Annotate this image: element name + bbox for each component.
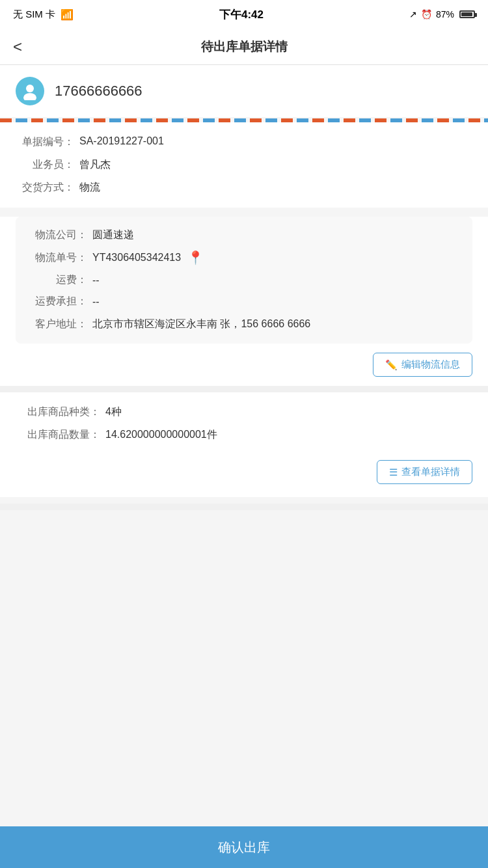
product-types-row: 出库商品种类： 4种 [16,405,472,419]
order-no-label: 单据编号： [16,135,74,149]
logistics-freight-value: -- [92,275,459,286]
logistics-address-label: 客户地址： [29,318,87,331]
view-detail-button[interactable]: ☰ 查看单据详情 [377,460,472,484]
logistics-address-value: 北京市市辖区海淀区永丰南 张，156 6666 6666 [92,316,459,332]
confirm-bar[interactable]: 确认出库 [0,826,488,868]
separator-2 [0,504,488,510]
logistics-freight-bearer-row: 运费承担： -- [29,295,459,308]
separator-1 [0,386,488,392]
logistics-section: 物流公司： 圆通速递 物流单号： YT4306405342413 📍 运费： -… [0,217,488,386]
order-info-section: 单据编号： SA-20191227-001 业务员： 曾凡杰 交货方式： 物流 [0,122,488,208]
logistics-card: 物流公司： 圆通速递 物流单号： YT4306405342413 📍 运费： -… [16,217,472,344]
status-bar: 无 SIM 卡 📶 下午4:42 ↗ ⏰ 87% [0,0,488,29]
logistics-company-row: 物流公司： 圆通速递 [29,228,459,242]
logistics-tracking-label: 物流单号： [29,251,87,265]
battery-icon [459,10,475,18]
battery-label: 87% [436,9,454,20]
order-no-row: 单据编号： SA-20191227-001 [16,135,472,149]
logistics-freight-bearer-label: 运费承担： [29,295,87,308]
salesman-row: 业务员： 曾凡杰 [16,158,472,172]
logistics-company-value: 圆通速递 [92,228,459,242]
logistics-tracking-value: YT4306405342413 [92,252,181,264]
edit-logistics-button[interactable]: ✏️ 编辑物流信息 [373,353,472,377]
location-icon: ↗ [409,9,417,20]
logistics-freight-label: 运费： [29,273,87,287]
svg-point-1 [23,93,36,100]
status-time: 下午4:42 [219,7,264,22]
battery-fill [461,12,472,16]
logistics-company-label: 物流公司： [29,228,87,242]
edit-icon: ✏️ [385,359,398,371]
order-no-value: SA-20191227-001 [79,135,472,147]
status-right: ↗ ⏰ 87% [409,9,475,20]
location-pin-icon[interactable]: 📍 [187,250,204,265]
delivery-label: 交货方式： [16,181,74,195]
edit-logistics-label: 编辑物流信息 [401,359,460,371]
view-detail-label: 查看单据详情 [401,466,460,478]
back-button[interactable]: < [8,33,27,61]
product-quantity-value: 14.620000000000001件 [105,428,472,442]
status-left: 无 SIM 卡 📶 [13,8,74,21]
edit-logistics-container: ✏️ 编辑物流信息 [0,344,488,386]
product-quantity-label: 出库商品数量： [16,428,100,442]
delivery-row: 交货方式： 物流 [16,181,472,195]
doc-icon: ☰ [389,467,398,478]
logistics-freight-row: 运费： -- [29,273,459,287]
logistics-tracking-row: 物流单号： YT4306405342413 📍 [29,250,459,265]
svg-point-0 [26,85,34,92]
avatar [16,77,44,105]
bottom-padding [0,614,488,656]
logistics-freight-bearer-value: -- [92,296,459,308]
delivery-value: 物流 [79,181,472,195]
logistics-address-row: 客户地址： 北京市市辖区海淀区永丰南 张，156 6666 6666 [29,316,459,332]
user-avatar-icon [21,82,39,100]
product-quantity-row: 出库商品数量： 14.620000000000001件 [16,428,472,442]
alarm-icon: ⏰ [421,9,432,20]
tracking-row: YT4306405342413 📍 [92,250,204,265]
wifi-icon: 📶 [61,8,74,21]
empty-space [0,510,488,614]
customer-phone: 17666666666 [55,83,142,100]
nav-bar: < 待出库单据详情 [0,29,488,65]
product-info-section: 出库商品种类： 4种 出库商品数量： 14.620000000000001件 ☰… [0,392,488,497]
view-detail-container: ☰ 查看单据详情 [16,451,472,484]
product-types-value: 4种 [105,405,472,419]
salesman-label: 业务员： [16,158,74,172]
customer-header: 17666666666 [0,65,488,117]
carrier-label: 无 SIM 卡 [13,8,55,21]
page-title: 待出库单据详情 [201,38,288,55]
confirm-btn-text: 确认出库 [218,839,270,856]
product-types-label: 出库商品种类： [16,405,100,419]
salesman-value: 曾凡杰 [79,158,472,172]
